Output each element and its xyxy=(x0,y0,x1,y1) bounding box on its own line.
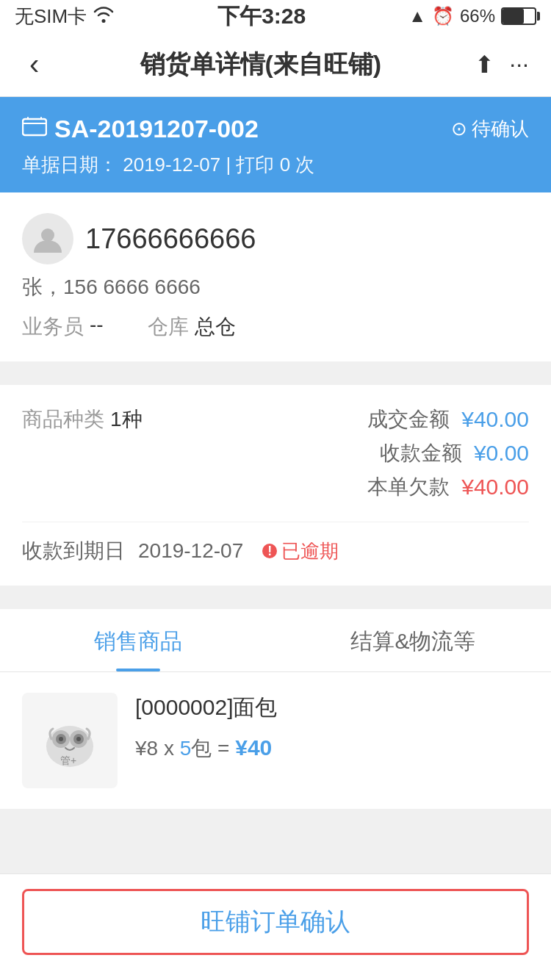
divider-2 xyxy=(0,586,551,597)
status-bar-left: 无SIM卡 xyxy=(15,4,115,29)
received-amount-value: ¥0.00 xyxy=(474,441,529,466)
order-icon xyxy=(22,115,47,143)
status-icon: ⊙ xyxy=(451,118,467,140)
customer-phone: 17666666666 xyxy=(85,223,256,255)
overdue-text: 已逾期 xyxy=(281,538,339,564)
print-label: | 打印 xyxy=(226,154,274,176)
customer-meta: 业务员 -- 仓库 总仓 xyxy=(22,313,529,341)
svg-text:管+: 管+ xyxy=(60,754,76,766)
wifi-icon xyxy=(93,5,115,28)
nav-actions: ⬆ ··· xyxy=(475,51,529,79)
quantity-unit: 包 xyxy=(191,737,212,760)
location-icon: ▲ xyxy=(408,6,426,26)
order-status: ⊙ 待确认 xyxy=(451,116,529,142)
print-count: 0 xyxy=(280,154,290,176)
warehouse-item: 仓库 总仓 xyxy=(148,313,236,341)
total-price: ¥40 xyxy=(235,735,272,760)
status-text: 待确认 xyxy=(472,116,529,142)
back-button[interactable]: ‹ xyxy=(22,40,46,88)
deal-amount-label: 成交金额 xyxy=(367,406,450,433)
owed-amount-value: ¥40.00 xyxy=(461,475,529,500)
salesman-label: 业务员 xyxy=(22,313,84,341)
carrier-text: 无SIM卡 xyxy=(15,4,87,29)
product-price: ¥8 x 5包 = ¥40 xyxy=(135,735,529,763)
print-suffix: 次 xyxy=(295,154,314,176)
order-date: 2019-12-07 xyxy=(123,154,220,176)
tabs-section: 销售商品 结算&物流等 管+ xyxy=(0,609,551,809)
product-info: [0000002]面包 ¥8 x 5包 = ¥40 xyxy=(135,693,529,763)
product-thumbnail: 管+ xyxy=(22,693,118,788)
summary-amounts: 成交金额 ¥40.00 收款金额 ¥0.00 本单欠款 ¥40.00 xyxy=(367,406,529,507)
owed-amount-row: 本单欠款 ¥40.00 xyxy=(367,473,529,501)
tab-settlement[interactable]: 结算&物流等 xyxy=(276,609,551,671)
more-icon[interactable]: ··· xyxy=(509,51,529,78)
product-name: [0000002]面包 xyxy=(135,693,529,723)
due-date-label: 收款到期日 xyxy=(22,537,125,565)
order-header: SA-20191207-002 ⊙ 待确认 单据日期： 2019-12-07 |… xyxy=(0,97,551,192)
status-bar: 无SIM卡 下午3:28 ▲ ⏰ 66% xyxy=(0,0,551,32)
deal-amount-value: ¥40.00 xyxy=(461,407,529,432)
order-date-row: 单据日期： 2019-12-07 | 打印 0 次 xyxy=(22,152,529,178)
owed-amount-label: 本单欠款 xyxy=(367,473,450,501)
product-type-value: 1种 xyxy=(110,406,143,433)
page-title: 销货单详情(来自旺铺) xyxy=(140,48,382,82)
warehouse-value: 总仓 xyxy=(195,313,236,341)
customer-avatar xyxy=(22,213,73,264)
customer-section: 17666666666 张，156 6666 6666 业务员 -- 仓库 总仓 xyxy=(0,192,551,361)
due-date-section: 收款到期日 2019-12-07 ! 已逾期 xyxy=(22,537,529,565)
product-item: 管+ [0000002]面包 ¥8 x 5包 = ¥40 xyxy=(0,672,551,809)
overdue-dot-icon: ! xyxy=(262,544,277,558)
warehouse-label: 仓库 xyxy=(148,313,189,341)
customer-name: 张，156 6666 6666 xyxy=(22,273,529,301)
deal-amount-row: 成交金额 ¥40.00 xyxy=(367,406,529,433)
confirm-btn-wrapper: 旺铺订单确认 xyxy=(0,873,551,980)
confirm-order-button[interactable]: 旺铺订单确认 xyxy=(22,889,529,955)
tabs-header: 销售商品 结算&物流等 xyxy=(0,609,551,672)
product-type-label: 商品种类 xyxy=(22,406,104,433)
order-number-text: SA-20191207-002 xyxy=(54,115,259,143)
status-bar-right: ▲ ⏰ 66% xyxy=(408,6,536,26)
received-amount-row: 收款金额 ¥0.00 xyxy=(367,439,529,467)
svg-point-8 xyxy=(76,737,81,741)
alarm-icon: ⏰ xyxy=(432,6,454,26)
salesman-item: 业务员 -- xyxy=(22,313,104,341)
equals-sign: = xyxy=(212,737,235,760)
tab-sales-products[interactable]: 销售商品 xyxy=(0,609,276,671)
overdue-badge: ! 已逾期 xyxy=(262,538,339,564)
battery-text: 66% xyxy=(460,6,495,26)
nav-bar: ‹ 销货单详情(来自旺铺) ⬆ ··· xyxy=(0,32,551,97)
share-icon[interactable]: ⬆ xyxy=(475,51,494,79)
order-number-row: SA-20191207-002 xyxy=(22,115,259,143)
status-bar-time: 下午3:28 xyxy=(217,1,306,32)
svg-point-1 xyxy=(41,228,54,242)
divider-1 xyxy=(0,373,551,385)
summary-section: 商品种类 1种 成交金额 ¥40.00 收款金额 ¥0.00 本单欠款 ¥40.… xyxy=(0,385,551,586)
due-date-value: 2019-12-07 xyxy=(138,539,243,563)
svg-point-7 xyxy=(59,737,63,741)
unit-price: ¥8 x xyxy=(135,737,180,760)
salesman-value: -- xyxy=(90,313,104,341)
date-label: 单据日期： xyxy=(22,154,118,176)
quantity-value: 5 xyxy=(180,737,192,760)
received-amount-label: 收款金额 xyxy=(380,439,462,467)
svg-rect-0 xyxy=(23,119,46,135)
battery-icon xyxy=(501,7,536,25)
